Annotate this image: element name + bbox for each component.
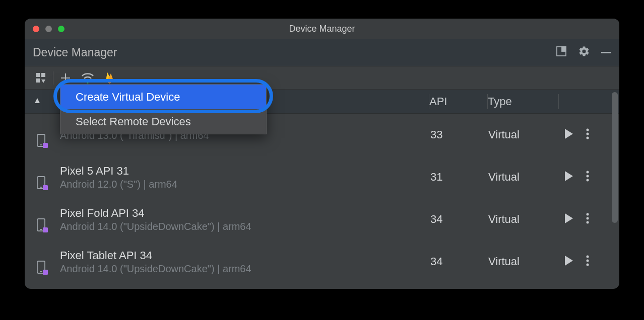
play-icon[interactable] — [564, 213, 574, 226]
device-type: Virtual — [488, 213, 559, 226]
minimize-panel-icon[interactable] — [601, 52, 611, 53]
svg-point-17 — [587, 137, 589, 139]
svg-rect-20 — [43, 185, 48, 190]
scrollbar[interactable] — [612, 92, 618, 233]
phone-icon — [36, 134, 48, 150]
layout-toggle-icon[interactable] — [30, 67, 52, 89]
device-detail: Android 12.0 ("S") | arm64 — [60, 179, 430, 190]
svg-marker-14 — [565, 129, 573, 139]
device-rows: Android 13.0 ("Tiramisu") | arm64 33 Vir… — [25, 114, 619, 289]
panel-header: Device Manager — [25, 39, 619, 66]
svg-point-29 — [587, 213, 589, 216]
sort-indicator-icon[interactable] — [34, 97, 41, 106]
device-name: Pixel 5 API 31 — [60, 165, 430, 178]
device-type: Virtual — [488, 171, 559, 184]
svg-rect-27 — [43, 227, 48, 232]
device-row[interactable]: Pixel 5 API 31 Android 12.0 ("S") | arm6… — [25, 156, 619, 198]
svg-marker-35 — [565, 256, 573, 266]
dropdown-item-select-remote-devices[interactable]: Select Remote Devices — [60, 109, 266, 134]
phone-icon — [36, 176, 48, 192]
device-row[interactable]: Pixel Tablet API 34 Android 14.0 ("Upsid… — [25, 241, 619, 283]
maximize-window-button[interactable] — [58, 26, 65, 32]
column-header-api[interactable]: API — [429, 95, 487, 108]
svg-point-36 — [587, 256, 589, 258]
dropdown-item-create-virtual-device[interactable]: Create Virtual Device — [60, 85, 266, 109]
device-detail: Android 14.0 ("UpsideDownCake") | arm64 — [60, 221, 430, 232]
device-api: 33 — [430, 128, 488, 141]
device-api: 31 — [430, 171, 488, 184]
svg-point-38 — [587, 264, 589, 266]
more-icon[interactable] — [586, 213, 589, 226]
svg-rect-34 — [43, 270, 48, 275]
device-api: 34 — [430, 255, 488, 268]
svg-marker-10 — [35, 98, 40, 103]
svg-rect-3 — [41, 73, 45, 77]
svg-rect-4 — [36, 78, 40, 83]
device-api: 34 — [430, 213, 488, 226]
play-icon[interactable] — [564, 255, 574, 268]
titlebar: Device Manager — [25, 19, 619, 39]
svg-point-16 — [587, 133, 589, 135]
device-type: Virtual — [488, 255, 559, 268]
more-icon[interactable] — [586, 171, 589, 184]
svg-point-30 — [587, 217, 589, 220]
device-detail: Android 14.0 ("UpsideDownCake") | arm64 — [60, 263, 430, 275]
phone-icon — [36, 218, 48, 234]
svg-point-22 — [587, 171, 589, 174]
panel-title: Device Manager — [33, 46, 556, 59]
svg-point-15 — [587, 129, 589, 131]
svg-rect-13 — [43, 143, 48, 148]
svg-point-23 — [587, 175, 589, 178]
gear-icon[interactable] — [578, 45, 590, 59]
device-type: Virtual — [488, 128, 559, 141]
device-row[interactable]: Pixel Fold API 34 Android 14.0 ("UpsideD… — [25, 198, 619, 241]
minimize-window-button[interactable] — [45, 26, 52, 32]
more-icon[interactable] — [586, 128, 589, 141]
device-name: Pixel Fold API 34 — [60, 207, 430, 220]
toolbar-separator — [53, 71, 53, 85]
device-name: Pixel Tablet API 34 — [60, 249, 430, 262]
more-icon[interactable] — [586, 255, 589, 268]
svg-rect-1 — [562, 47, 566, 51]
svg-marker-28 — [565, 213, 573, 223]
phone-icon — [36, 261, 48, 277]
device-manager-window: Device Manager Device Manager — [25, 19, 619, 289]
svg-point-37 — [587, 260, 589, 262]
play-icon[interactable] — [564, 128, 574, 141]
svg-point-24 — [587, 179, 589, 182]
close-window-button[interactable] — [33, 26, 39, 32]
svg-point-31 — [587, 221, 589, 224]
window-title: Device Manager — [289, 24, 355, 34]
play-icon[interactable] — [564, 171, 574, 184]
scrollbar-thumb[interactable] — [612, 92, 618, 223]
svg-rect-2 — [36, 73, 40, 77]
add-device-dropdown: Create Virtual Device Select Remote Devi… — [60, 84, 267, 134]
svg-marker-5 — [41, 79, 45, 83]
svg-marker-21 — [565, 171, 573, 181]
window-mode-icon[interactable] — [556, 46, 567, 59]
column-header-type[interactable]: Type — [488, 95, 558, 108]
